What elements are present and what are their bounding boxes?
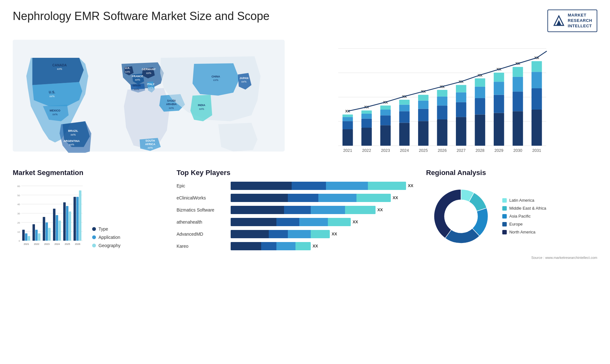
svg-rect-43 [342,114,353,117]
svg-rect-66 [418,100,429,109]
svg-text:2028: 2028 [476,148,485,152]
svg-text:INDIA: INDIA [198,104,205,107]
geography-dot [92,244,96,247]
source-text: Source : www.marketresearchintellect.com [426,256,597,260]
regional-label: North America [509,230,535,234]
type-dot [92,227,96,231]
svg-text:2029: 2029 [494,148,503,152]
geography-label: Geography [98,243,120,248]
svg-rect-103 [532,61,542,72]
svg-rect-134 [56,215,58,241]
svg-rect-138 [66,206,69,240]
svg-text:xx%: xx% [125,70,130,73]
svg-rect-48 [362,114,372,119]
svg-rect-82 [475,114,485,145]
player-xx-label: XX [353,219,358,224]
svg-text:BRAZIL: BRAZIL [68,129,78,132]
svg-rect-52 [380,125,391,146]
svg-rect-91 [494,72,504,81]
svg-rect-127 [38,233,41,240]
svg-text:2030: 2030 [513,148,522,152]
svg-rect-88 [494,113,504,145]
svg-rect-126 [35,230,38,241]
svg-rect-40 [342,129,353,146]
segmentation-legend: Type Application Geography [92,226,120,251]
svg-text:2023: 2023 [44,243,50,246]
svg-rect-72 [437,96,448,105]
regional-label: Asia Pacific [509,214,531,219]
regional-legend-item: Latin America [502,198,546,203]
player-bar: XX [231,242,413,251]
svg-rect-94 [513,111,523,146]
player-xx-label: XX [313,244,318,248]
svg-text:AFRICA: AFRICA [145,143,155,146]
svg-text:20: 20 [17,221,20,224]
svg-text:U.S.: U.S. [49,91,55,94]
svg-text:50: 50 [17,194,20,197]
svg-text:ARGENTINA: ARGENTINA [64,139,80,142]
svg-text:SOUTH: SOUTH [146,139,155,142]
svg-text:60: 60 [17,185,20,188]
player-row: EpicXX [177,181,413,190]
svg-rect-122 [25,233,28,240]
regional-color-box [502,214,507,219]
regional-label: Middle East & Africa [509,206,546,211]
player-xx-label: XX [393,195,398,200]
svg-rect-131 [48,228,51,240]
segmentation-title: Market Segmentation [13,169,164,177]
application-label: Application [98,235,120,240]
svg-rect-41 [342,121,353,129]
player-xx-label: XX [377,207,383,212]
logo: MARKET RESEARCH INTELLECT [547,10,597,32]
regional-color-box [502,230,507,234]
player-bar: XX [231,193,413,202]
svg-text:2027: 2027 [457,148,465,152]
svg-rect-59 [399,111,410,123]
svg-rect-141 [73,197,76,240]
svg-rect-101 [532,88,542,110]
svg-rect-83 [475,98,485,115]
svg-text:ITALY: ITALY [147,82,155,85]
svg-text:2024: 2024 [54,243,60,246]
svg-rect-95 [513,91,523,111]
svg-text:40: 40 [17,203,20,206]
svg-text:xx%: xx% [135,78,140,81]
svg-text:xx%: xx% [146,71,152,74]
svg-text:2026: 2026 [75,243,80,246]
svg-rect-139 [69,211,71,240]
legend-geography: Geography [92,243,120,248]
svg-rect-90 [494,82,504,95]
svg-text:JAPAN: JAPAN [240,76,248,79]
svg-rect-79 [456,85,466,92]
svg-text:GERMANY: GERMANY [142,68,156,71]
regional-legend-item: Europe [502,222,546,226]
top-section: CANADA xx% U.S. xx% MEXICO xx% BRAZIL xx… [13,38,597,159]
page-title: Nephrology EMR Software Market Size and … [13,10,269,23]
svg-text:xx%: xx% [69,143,74,146]
player-name: Kareo [177,244,227,249]
player-name: athenahealth [177,219,227,225]
logo-icon [552,14,565,27]
key-players: Top Key Players EpicXXeClinicalWorksXXBi… [177,169,413,251]
player-bar: XX [231,206,413,214]
regional-legend-item: Asia Pacific [502,214,546,219]
player-name: Epic [177,183,227,188]
player-name: eClinicalWorks [177,195,227,200]
bar-chart: XX2021XX2022XX2023XX2024XX2025XX2026XX20… [297,38,597,159]
svg-rect-78 [456,92,466,102]
regional-color-box [502,222,507,226]
svg-point-145 [445,200,477,232]
player-row: KareoXX [177,242,413,251]
svg-text:2021: 2021 [24,243,29,246]
svg-rect-55 [380,105,391,110]
svg-text:MEXICO: MEXICO [50,109,60,112]
type-label: Type [98,226,108,232]
svg-rect-102 [532,72,542,88]
svg-rect-130 [45,222,48,241]
svg-text:2024: 2024 [400,148,409,152]
svg-rect-42 [342,117,353,121]
svg-text:2026: 2026 [438,148,447,152]
svg-rect-77 [456,102,466,117]
svg-rect-89 [494,95,504,113]
key-players-title: Top Key Players [177,169,413,177]
